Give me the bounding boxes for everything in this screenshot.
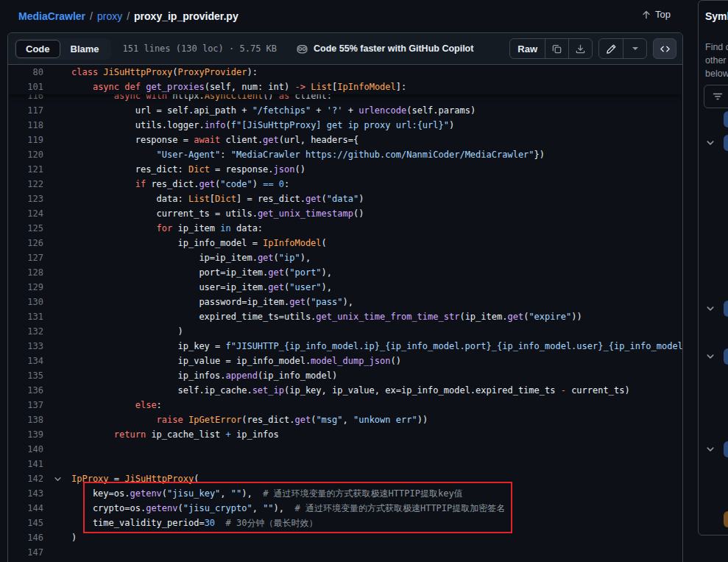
code-text: time_validity_period=30 # 30分钟（最长时效） [71,516,682,530]
chevron-down-icon[interactable] [704,304,716,313]
fold-gutter [43,501,71,516]
tab-blame[interactable]: Blame [60,40,110,58]
code-text: expired_time_ts=utils.get_unix_time_from… [71,309,682,324]
line-number[interactable]: 131 [8,309,43,324]
edit-button[interactable] [599,39,623,58]
code-text: if res_dict.get("code") == 0: [71,177,682,192]
symbol-item[interactable] [704,110,728,128]
line-number[interactable]: 144 [8,501,43,516]
fold-gutter [43,65,71,80]
symbol-item[interactable] [704,510,728,528]
symbols-filter-input[interactable] [704,85,728,108]
line-number[interactable]: 80 [8,65,43,80]
line-number[interactable]: 127 [8,250,43,265]
symbol-item[interactable] [704,300,728,317]
copy-button[interactable] [545,39,568,58]
breadcrumb-repo-link[interactable]: MediaCrawler [18,10,85,22]
code-line-137: 137 else: [8,398,682,412]
line-number[interactable]: 129 [8,280,43,295]
symbols-description: Find definitions and references for func… [705,41,728,80]
chevron-down-icon[interactable] [704,138,716,147]
line-number[interactable]: 117 [8,103,43,118]
line-number[interactable]: 135 [8,368,43,383]
line-number[interactable]: 130 [8,295,43,309]
fold-gutter [43,412,71,427]
fold-gutter [43,133,71,147]
symbol-name-chip[interactable] [724,111,728,127]
fold-gutter [43,368,71,383]
symbol-name-chip[interactable] [724,301,728,317]
code-text: key=os.getenv("jisu_key", ""), # 通过环境变量的… [71,486,682,501]
pencil-icon [606,43,617,55]
line-number[interactable]: 124 [8,206,43,221]
chevron-down-icon[interactable] [704,352,716,361]
toolbar-actions: Raw [509,38,676,59]
code-blame-switch: Code Blame [14,38,111,60]
line-number[interactable]: 138 [8,412,43,427]
line-number[interactable]: 128 [8,265,43,280]
line-number[interactable]: 125 [8,221,43,236]
line-number[interactable]: 132 [8,324,43,339]
line-number[interactable]: 119 [8,133,43,147]
code-line-141: 141 [8,457,682,471]
symbol-name-chip[interactable] [724,348,728,365]
edit-dropdown-button[interactable] [623,39,646,58]
fold-gutter [43,80,71,94]
line-number[interactable]: 142 [8,471,43,486]
fold-gutter [43,192,71,206]
line-number[interactable]: 126 [8,236,43,250]
line-number[interactable]: 140 [8,442,43,457]
tab-code[interactable]: Code [15,40,60,58]
symbol-item[interactable] [704,440,728,458]
code-line-80: 80class JiSuHttpProxy(ProxyProvider): [8,65,682,80]
line-number[interactable]: 143 [8,486,43,501]
line-number[interactable]: 123 [8,192,43,206]
code-line-134: 134 ip_value = ip_info_model.model_dump_… [8,354,682,368]
copilot-icon [296,43,308,55]
file-view-panel: Code Blame 151 lines (130 loc) · 5.75 KB… [7,32,683,562]
code-line-121: 121 res_dict: Dict = response.json() [8,162,682,177]
code-line-120: 120 "User-Agent": "MediaCrawler https://… [8,147,682,162]
line-number[interactable]: 118 [8,118,43,133]
code-text: ip_info_model = IpInfoModel( [71,236,682,250]
code-text: raise IpGetError(res_dict.get("msg", "un… [71,412,682,427]
line-number[interactable]: 139 [8,427,43,442]
line-number[interactable]: 121 [8,162,43,177]
line-number[interactable]: 122 [8,177,43,192]
code-line-139: 139 return ip_cache_list + ip_infos [8,427,682,442]
code-text: return ip_cache_list + ip_infos [71,427,682,442]
symbols-toggle-button[interactable] [653,38,676,59]
code-line-122: 122 if res_dict.get("code") == 0: [8,177,682,192]
symbol-name-chip[interactable] [724,135,728,151]
line-number[interactable]: 133 [8,339,43,354]
code-text: class JiSuHttpProxy(ProxyProvider): [71,65,682,80]
edit-actions-group [598,38,647,59]
line-number[interactable]: 146 [8,530,43,545]
fold-chevron-icon[interactable] [43,471,71,486]
fold-gutter [43,206,71,221]
download-icon [575,43,586,55]
symbol-name-chip[interactable] [724,441,728,457]
symbol-item[interactable] [704,348,728,365]
breadcrumb-folder-link[interactable]: proxy [97,10,122,22]
line-number[interactable]: 134 [8,354,43,368]
line-number[interactable]: 141 [8,457,43,471]
line-number[interactable]: 137 [8,398,43,412]
code-text: res_dict: Dict = response.json() [71,162,682,177]
line-number[interactable]: 120 [8,147,43,162]
code-text: url = self.api_path + "/fetchips" + '?' … [71,103,682,118]
file-toolbar: Code Blame 151 lines (130 loc) · 5.75 KB… [8,33,682,65]
back-to-top-link[interactable]: Top [641,9,671,20]
line-number[interactable]: 145 [8,516,43,530]
code-lines: 116 async with httpx.AsyncClient() as cl… [8,65,682,562]
line-number[interactable]: 147 [8,545,43,560]
symbol-item[interactable] [704,134,728,152]
line-number[interactable]: 101 [8,80,43,94]
symbol-name-chip[interactable] [724,511,728,527]
chevron-down-icon[interactable] [704,445,716,454]
line-number[interactable]: 136 [8,383,43,398]
raw-button[interactable]: Raw [510,39,545,58]
download-button[interactable] [568,39,592,58]
github-file-page: MediaCrawler / proxy / proxy_ip_provider… [0,0,728,562]
code-line-138: 138 raise IpGetError(res_dict.get("msg",… [8,412,682,427]
